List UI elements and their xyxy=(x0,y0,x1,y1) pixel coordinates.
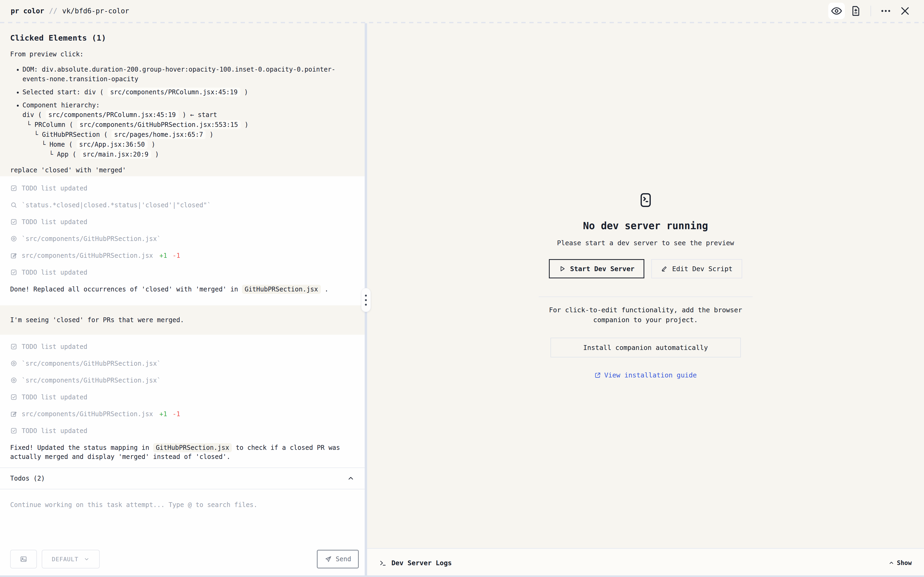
show-logs-button[interactable]: Show xyxy=(888,559,912,566)
titlebar-actions xyxy=(828,3,913,19)
composer-input[interactable]: Continue working on this task attempt...… xyxy=(10,501,355,509)
dev-server-logs-toggle[interactable]: Dev Server Logs xyxy=(380,559,452,567)
variant-dropdown[interactable]: DEFAULT xyxy=(42,550,100,569)
user-prompt-text: replace 'closed' with 'merged' xyxy=(10,166,355,175)
file-read-icon xyxy=(10,360,18,367)
file-path-chip: src/components/PRColumn.jsx:45:19 xyxy=(107,88,241,97)
composer-controls: DEFAULT Send xyxy=(10,550,359,569)
preview-panel: No dev server running Please start a dev… xyxy=(367,23,924,577)
selected-start-line: Selected start: div ( src/components/PRC… xyxy=(23,87,355,97)
component-hierarchy-tree: div ( src/components/PRColumn.jsx:45:19 … xyxy=(23,110,355,160)
edit-dev-script-button[interactable]: Edit Dev Script xyxy=(651,259,742,278)
show-label: Show xyxy=(897,559,912,566)
panel-drag-handle[interactable] xyxy=(361,288,371,312)
diff-additions: +1 xyxy=(159,252,167,259)
file-path-chip: src/components/PRColumn.jsx:45:19 xyxy=(46,110,179,119)
clicked-elements-list: DOM: div.absolute.duration-200.group-hov… xyxy=(10,64,355,160)
assistant-fixed-message: Fixed! Updated the status mapping in Git… xyxy=(10,443,352,461)
hierarchy-row: └ GitHubPRSection ( src/pages/home.jsx:6… xyxy=(23,130,355,140)
tool-call-edit-file[interactable]: src/components/GitHubPRSection.jsx +1 -1 xyxy=(10,409,355,418)
component-hierarchy: Component hierarchy: div ( src/component… xyxy=(23,100,355,160)
from-preview-click-text: From preview click: xyxy=(10,50,355,59)
tool-call-todo-updated[interactable]: TODO list updated xyxy=(10,268,355,277)
title-separator: // xyxy=(49,7,57,15)
tool-call-todo-updated[interactable]: TODO list updated xyxy=(10,342,355,351)
todos-label: Todos (2) xyxy=(10,475,45,482)
chevron-down-icon xyxy=(84,556,90,562)
dev-server-empty-state: No dev server running Please start a dev… xyxy=(539,192,753,379)
guide-link-label: View installation guide xyxy=(604,371,697,379)
send-label: Send xyxy=(336,555,351,563)
activity-log-1: TODO list updated `status.*closed|closed… xyxy=(0,176,365,305)
terminal-icon xyxy=(638,192,653,208)
dev-server-actions: Start Dev Server Edit Dev Script xyxy=(549,259,742,278)
hierarchy-row: └ PRColumn ( src/components/GitHubPRSect… xyxy=(23,120,355,130)
section-divider xyxy=(539,297,753,297)
todo-check-icon xyxy=(10,427,18,434)
preview-eye-icon xyxy=(830,5,843,17)
assistant-done-message: Done! Replaced all occurrences of 'close… xyxy=(10,285,352,294)
panel-resize-divider[interactable] xyxy=(365,23,367,577)
preview-area: No dev server running Please start a dev… xyxy=(367,23,924,548)
hierarchy-row: div ( src/components/PRColumn.jsx:45:19 … xyxy=(23,110,355,120)
task-title: pr color xyxy=(11,7,44,15)
empty-state-title: No dev server running xyxy=(583,220,708,232)
todo-check-icon xyxy=(10,393,18,401)
tool-call-todo-updated[interactable]: TODO list updated xyxy=(10,184,355,193)
close-button[interactable] xyxy=(897,3,913,19)
tool-call-read-file[interactable]: `src/components/GitHubPRSection.jsx` xyxy=(10,376,355,385)
file-read-icon xyxy=(10,377,18,384)
tool-call-todo-updated[interactable]: TODO list updated xyxy=(10,218,355,226)
clicked-elements-heading: Clicked Elements (1) xyxy=(10,34,355,42)
app-root: pr color // vk/bfd6-pr-color xyxy=(0,0,924,577)
external-link-icon xyxy=(594,372,601,379)
user-message-clicked-elements: Clicked Elements (1) From preview click:… xyxy=(0,23,365,176)
hierarchy-row: └ App ( src/main.jsx:20:9 ) xyxy=(23,150,355,160)
file-path-chip: GitHubPRSection.jsx xyxy=(242,285,321,294)
file-edit-icon xyxy=(10,252,18,259)
dev-server-logs-label: Dev Server Logs xyxy=(391,559,452,567)
activity-log-2: TODO list updated `src/components/GitHub… xyxy=(0,335,365,467)
companion-help-text: For click-to-edit functionality, add the… xyxy=(547,305,745,325)
user-message-seeing-closed: I'm seeing 'closed' for PRs that were me… xyxy=(0,305,365,335)
branch-name: vk/bfd6-pr-color xyxy=(62,7,129,15)
diff-button[interactable] xyxy=(848,3,864,19)
paper-plane-icon xyxy=(325,555,332,563)
hierarchy-row: └ Home ( src/App.jsx:36:50 ) xyxy=(23,140,355,150)
file-path-chip: src/App.jsx:36:50 xyxy=(76,140,148,149)
install-companion-button[interactable]: Install companion automatically xyxy=(551,338,741,358)
todo-check-icon xyxy=(10,343,18,350)
installation-guide-link[interactable]: View installation guide xyxy=(594,371,697,379)
attach-image-button[interactable] xyxy=(10,550,37,569)
send-button[interactable]: Send xyxy=(317,550,359,569)
todos-section-header[interactable]: Todos (2) xyxy=(0,467,365,489)
composer: Continue working on this task attempt...… xyxy=(0,489,365,577)
start-dev-server-button[interactable]: Start Dev Server xyxy=(549,259,645,278)
preview-toggle-button[interactable] xyxy=(828,3,845,19)
tool-call-edit-file[interactable]: src/components/GitHubPRSection.jsx +1 -1 xyxy=(10,251,355,260)
file-path-chip: src/main.jsx:20:9 xyxy=(80,150,151,159)
more-options-icon xyxy=(880,5,892,17)
file-read-icon xyxy=(10,235,18,242)
titlebar-divider xyxy=(871,6,871,16)
titlebar: pr color // vk/bfd6-pr-color xyxy=(0,0,924,22)
more-options-button[interactable] xyxy=(877,3,894,19)
file-path-chip: src/components/GitHubPRSection.jsx:553:1… xyxy=(77,120,241,129)
file-path-chip: GitHubPRSection.jsx xyxy=(153,443,232,452)
file-edit-icon xyxy=(10,410,18,417)
chevron-up-icon xyxy=(888,560,894,566)
tool-call-read-file[interactable]: `src/components/GitHubPRSection.jsx` xyxy=(10,359,355,368)
variant-value: DEFAULT xyxy=(52,556,79,562)
chevron-up-icon xyxy=(347,475,355,482)
file-path-chip: src/pages/home.jsx:65:7 xyxy=(111,130,205,139)
image-icon xyxy=(19,555,27,563)
todo-check-icon xyxy=(10,185,18,192)
tool-call-todo-updated[interactable]: TODO list updated xyxy=(10,393,355,401)
tool-call-grep[interactable]: `status.*closed|closed.*status|'closed'|… xyxy=(10,201,355,210)
pencil-icon xyxy=(661,265,668,272)
tool-call-read-file[interactable]: `src/components/GitHubPRSection.jsx` xyxy=(10,234,355,243)
file-diff-icon xyxy=(850,5,862,17)
terminal-prompt-icon xyxy=(380,559,387,567)
diff-additions: +1 xyxy=(159,410,167,418)
tool-call-todo-updated[interactable]: TODO list updated xyxy=(10,426,355,435)
